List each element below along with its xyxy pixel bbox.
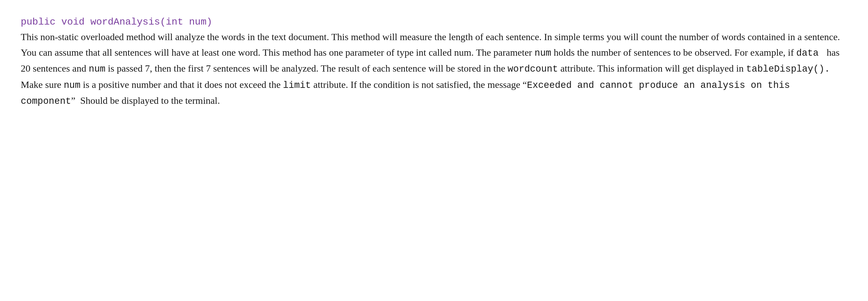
inline-code-num-2: num: [89, 64, 106, 74]
inline-code-data: data: [796, 48, 824, 58]
method-signature: public void wordAnalysis(int num): [21, 17, 212, 27]
inline-code-num-1: num: [534, 48, 551, 58]
description-text: This non-static overloaded method will a…: [21, 29, 847, 109]
inline-code-wordcount: wordcount: [508, 64, 558, 74]
description-block: This non-static overloaded method will a…: [21, 29, 847, 109]
inline-code-tabledisplay: tableDisplay().: [746, 64, 830, 74]
inline-code-limit: limit: [283, 80, 311, 91]
inline-code-message: Exceeded and cannot produce an analysis …: [21, 80, 790, 107]
inline-code-num-3: num: [64, 80, 80, 91]
method-signature-line: public void wordAnalysis(int num): [21, 14, 847, 29]
